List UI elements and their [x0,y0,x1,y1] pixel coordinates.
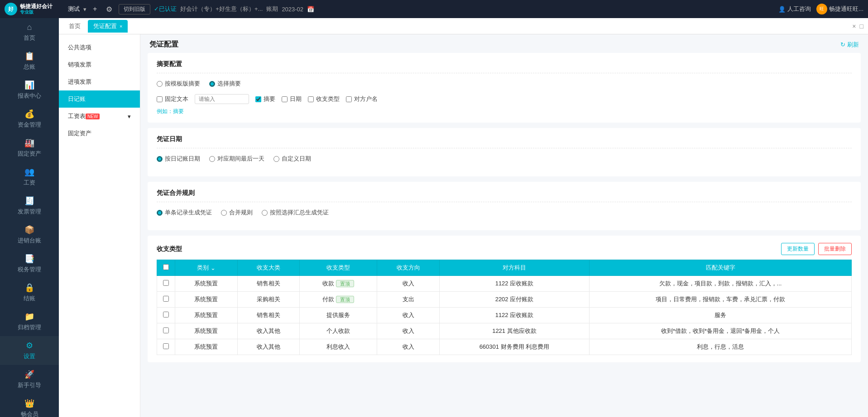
radio-last-day[interactable]: 对应期间最后一天 [209,155,264,163]
radio-merge-rule-input[interactable] [221,210,227,216]
tab-voucher-config[interactable]: 凭证配置 × [88,20,128,33]
date-section-title: 凭证日期 [157,135,852,148]
page-content: 公共选项 销项发票 进项发票 日记账 工资表 NEW ▾ 固定资产 [59,34,868,417]
radio-custom-date-label: 自定义日期 [282,155,311,163]
switch-version-button[interactable]: 切到旧版 [119,4,150,14]
tab-voucher-label: 凭证配置 [93,22,117,30]
radio-total-label: 按照选择汇总生成凭证 [270,208,329,217]
row-checkbox-4[interactable] [157,323,175,339]
radio-journal-date[interactable]: 按日记账日期 [157,155,200,163]
radio-journal-date-input[interactable] [157,156,163,162]
company-name: 测试 [68,5,80,13]
left-nav: 公共选项 销项发票 进项发票 日记账 工资表 NEW ▾ 固定资产 [59,34,140,417]
row-major-1: 销售相关 [237,276,300,292]
window-maximize-button[interactable]: □ [860,23,863,30]
checkbox-income-type[interactable]: 收支类型 [308,95,340,103]
merge-config-section: 凭证合并规则 单条记录生成凭证 合并规则 按照选择汇总生成凭证 [148,182,861,230]
checkbox-counterpart-input[interactable] [346,96,352,102]
radio-custom-date[interactable]: 自定义日期 [273,155,311,163]
sidebar-label-purchase: 进销台账 [18,237,41,245]
radio-custom-date-input[interactable] [273,156,279,162]
sidebar-item-tax[interactable]: 📑 税务管理 [0,249,59,278]
sidebar-label-reports: 报表中心 [18,92,41,100]
sidebar-item-funds[interactable]: 💰 资金管理 [0,104,59,133]
checkbox-counterpart[interactable]: 对方户名 [346,95,378,103]
row-checkbox-input-1[interactable] [163,280,169,286]
radio-merge-rule[interactable]: 合并规则 [221,208,253,217]
row-checkbox-input-2[interactable] [163,296,169,302]
sidebar-item-settings[interactable]: ⚙ 设置 [0,336,59,365]
sidebar-item-archive[interactable]: 📁 归档管理 [0,307,59,336]
logo-icon: 好 [5,3,17,15]
sidebar-item-ledger[interactable]: 📋 总账 [0,47,59,76]
row-category-2: 系统预置 [175,292,238,308]
sidebar-item-salary[interactable]: 👥 工资 [0,162,59,191]
user-name: 畅捷通旺旺... [829,5,863,13]
row-checkbox-1[interactable] [157,276,175,292]
radio-select-input[interactable] [209,81,215,87]
sidebar-item-close[interactable]: 🔒 结账 [0,278,59,307]
row-checkbox-5[interactable] [157,339,175,355]
settings-top-button[interactable]: ⚙ [103,4,115,14]
sidebar-item-purchase[interactable]: 📦 进销台账 [0,220,59,249]
refresh-button[interactable]: ↻ 刷新 [840,41,859,49]
period-label: 账期 [266,5,278,13]
left-nav-purchase-invoice[interactable]: 进项发票 [59,73,140,90]
left-nav-journal[interactable]: 日记账 [59,90,140,108]
row-checkbox-input-4[interactable] [163,327,169,333]
certified-tag: ✓已认证 [154,5,177,13]
update-count-button[interactable]: 更新数量 [781,243,815,255]
radio-total[interactable]: 按照选择汇总生成凭证 [262,208,329,217]
row-checkbox-input-3[interactable] [163,312,169,317]
row-checkbox-input-5[interactable] [163,343,169,349]
row-account-5: 660301 财务费用 利息费用 [439,339,589,355]
left-nav-sales-invoice[interactable]: 销项发票 [59,56,140,73]
calendar-icon[interactable]: 📅 [307,6,314,13]
tab-close-icon[interactable]: × [120,24,122,29]
checkbox-summary-input[interactable] [255,96,261,102]
checkbox-summary[interactable]: 摘要 [255,95,275,103]
sort-icon[interactable]: ⌄ [211,265,216,271]
user-avatar: 旺 [816,4,827,14]
topbar-right: 👤 人工咨询 旺 畅捷通旺旺... [778,4,863,14]
window-close-button[interactable]: × [852,23,856,30]
row-checkbox-3[interactable] [157,308,175,323]
radio-template-input[interactable] [157,81,163,87]
consult-button[interactable]: 👤 人工咨询 [778,5,811,13]
select-all-checkbox[interactable] [163,264,169,270]
radio-total-input[interactable] [262,210,268,216]
checkbox-fixed-text-input[interactable] [157,96,163,102]
left-nav-salary[interactable]: 工资表 NEW ▾ [59,108,140,125]
checkbox-income-type-input[interactable] [308,96,314,102]
user-info[interactable]: 旺 畅捷通旺旺... [816,4,863,14]
sidebar-item-invoice[interactable]: 🧾 发票管理 [0,191,59,220]
income-section-title: 收支类型 [157,245,182,253]
left-nav-fixed-assets[interactable]: 固定资产 [59,125,140,142]
radio-single-input[interactable] [157,210,163,216]
radio-template[interactable]: 按模板版摘要 [157,80,200,88]
checkbox-income-type-label: 收支类型 [316,95,340,103]
sidebar-item-assets[interactable]: 🏭 固定资产 [0,133,59,162]
tab-bar-actions: × □ [852,23,863,30]
row-checkbox-2[interactable] [157,292,175,308]
tab-home[interactable]: 首页 [63,20,86,33]
th-checkbox[interactable] [157,260,175,276]
sidebar-item-home[interactable]: ⌂ 首页 [0,18,59,47]
radio-select[interactable]: 选择摘要 [209,80,241,88]
radio-single[interactable]: 单条记录生成凭证 [157,208,212,217]
sidebar-item-member[interactable]: 👑 畅会员 [0,394,59,417]
sidebar-item-guide[interactable]: 🚀 新手引导 [0,365,59,394]
panel-header: 凭证配置 ↻ 刷新 [140,34,868,53]
row-keywords-4: 收到*借款，收到*备用金，退回*备用金，个人 [590,323,852,339]
batch-delete-button[interactable]: 批量删除 [818,243,852,255]
company-arrow[interactable]: ▾ [83,6,86,13]
sidebar-item-reports[interactable]: 📊 报表中心 [0,76,59,104]
left-nav-public[interactable]: 公共选项 [59,39,140,56]
checkbox-date-input[interactable] [282,96,288,102]
radio-last-day-input[interactable] [209,156,215,162]
fixed-text-input[interactable] [195,94,249,104]
checkbox-fixed-text[interactable]: 固定文本 [157,95,188,103]
checkbox-date[interactable]: 日期 [282,95,302,103]
add-button[interactable]: + [90,4,100,14]
merge-radio-group: 单条记录生成凭证 合并规则 按照选择汇总生成凭证 [157,208,852,217]
